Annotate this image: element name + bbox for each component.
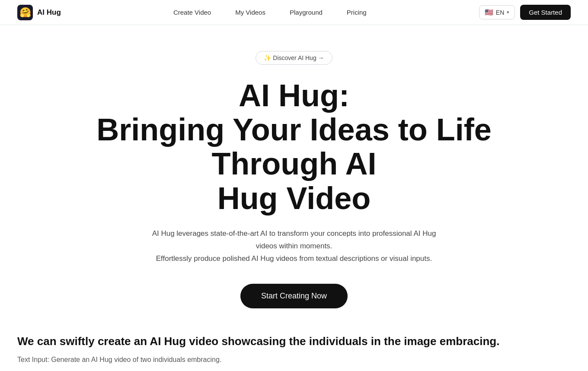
header-right: 🇺🇸 EN ▾ Get Started [479, 5, 571, 20]
logo-text: AI Hug [37, 8, 61, 17]
language-selector[interactable]: 🇺🇸 EN ▾ [479, 5, 515, 19]
chevron-down-icon: ▾ [507, 10, 509, 15]
hero-section: ✨ Discover AI Hug → AI Hug: Bringing You… [0, 25, 588, 334]
nav-pricing[interactable]: Pricing [335, 0, 379, 25]
nav-my-videos[interactable]: My Videos [223, 0, 278, 25]
logo-icon: 🤗 [17, 5, 33, 20]
hero-subtitle-line1: AI Hug leverages state-of-the-art AI to … [152, 229, 436, 250]
discover-badge[interactable]: ✨ Discover AI Hug → [256, 51, 332, 65]
language-code: EN [496, 9, 504, 16]
logo[interactable]: 🤗 AI Hug [17, 5, 61, 20]
hero-title-line2: Bringing Your Ideas to Life Through AI [96, 112, 491, 181]
flag-icon: 🇺🇸 [485, 8, 493, 16]
showcase-section: We can swiftly create an AI Hug video sh… [0, 334, 588, 371]
main-nav: Create Video My Videos Playground Pricin… [161, 0, 379, 25]
nav-create-video[interactable]: Create Video [161, 0, 223, 25]
hero-subtitle-line2: Effortlessly produce polished AI Hug vid… [156, 254, 432, 263]
nav-playground[interactable]: Playground [278, 0, 335, 25]
hero-subtitle: AI Hug leverages state-of-the-art AI to … [143, 228, 445, 265]
section-input-label: Text Input: Generate an AI Hug video of … [17, 356, 571, 364]
get-started-button[interactable]: Get Started [520, 5, 571, 20]
hero-title-line1: AI Hug: [239, 78, 349, 113]
section-tagline: We can swiftly create an AI Hug video sh… [17, 334, 571, 349]
start-creating-button[interactable]: Start Creating Now [240, 284, 348, 308]
hero-title-line3: Hug Video [217, 181, 371, 216]
site-header: 🤗 AI Hug Create Video My Videos Playgrou… [0, 0, 588, 25]
hero-title: AI Hug: Bringing Your Ideas to Life Thro… [56, 79, 532, 216]
